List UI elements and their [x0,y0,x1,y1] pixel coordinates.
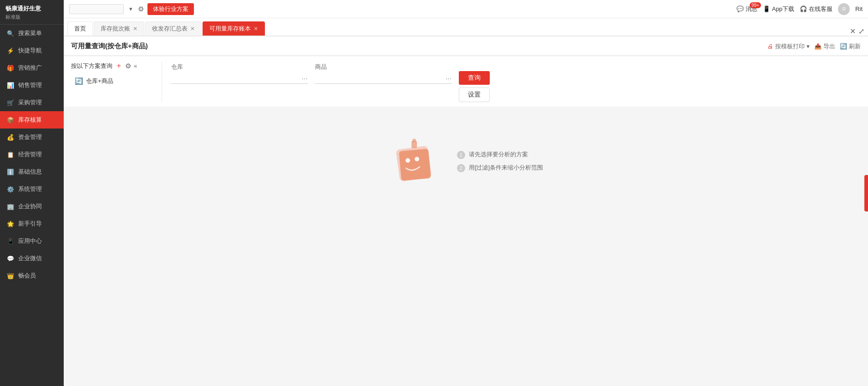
topbar-online-service[interactable]: 🎧 在线客服 [800,5,832,13]
gear-icon: ⚙️ [6,185,15,193]
filter-settings-btn[interactable]: ⚙ [125,62,131,70]
filter-area: 按以下方案查询 ＋ ⚙ « 🔄 仓库+商品 仓库 ··· [64,57,868,107]
phone-icon: 📱 [763,5,770,12]
tab-close-window-btn[interactable]: ✕ [850,27,856,36]
topbar-right: 💬 消息 99+ 📱 App下载 🎧 在线客服 R Rit [736,3,863,15]
tabs-window-controls: ✕ ⤢ [846,27,868,36]
sidebar-item-marketing[interactable]: 🎁 营销推广 [0,59,64,77]
mobile-icon: 📱 [6,237,15,245]
print-dropdown-icon: ▾ [807,43,810,50]
tabs-bar: 首页 库存批次账 ✕ 收发存汇总表 ✕ 可用量库存账本 ✕ ✕ ⤢ [64,18,868,36]
empty-illustration [389,134,443,189]
empty-tips: 1 请先选择要分析的方案 2 用[过滤]条件来缩小分析范围 [457,150,543,172]
goods-field: 商品 ··· [315,63,452,84]
filter-action-btns: 查询 设置 [459,71,490,102]
sidebar-item-finance[interactable]: 💰 资金管理 [0,129,64,146]
query-button[interactable]: 查询 [459,71,490,85]
page-header: 可用量查询(按仓库+商品) 🖨 按模板打印 ▾ 📤 导出 🔄 刷新 [64,36,868,56]
tip-num-1: 1 [457,151,465,159]
star-icon: 🌟 [6,220,15,228]
settings-button[interactable]: 设置 [459,87,490,102]
sidebar-scroll: 🔍 搜索菜单 ⚡ 快捷导航 🎁 营销推广 📊 销售管理 🛒 采购管理 📦 库存核… [0,25,64,386]
industry-btn[interactable]: 体验行业方案 [147,3,194,15]
filter-left: 按以下方案查询 ＋ ⚙ « 🔄 仓库+商品 [71,61,162,102]
warehouse-more-btn[interactable]: ··· [302,75,308,83]
topbar-app-download[interactable]: 📱 App下载 [763,5,794,13]
money-icon: 💰 [6,133,15,141]
sidebar-item-enterprise[interactable]: 🏢 企业协同 [0,198,64,215]
refresh-btn[interactable]: 🔄 刷新 [840,42,861,51]
tab-batch-account[interactable]: 库存批次账 ✕ [94,21,144,36]
message-badge: 99+ [750,2,761,8]
crown-icon: 👑 [6,272,15,280]
gift-icon: 🎁 [6,64,15,72]
right-accent-bar [864,175,868,211]
sidebar-item-appcenter[interactable]: 📱 应用中心 [0,232,64,250]
export-btn[interactable]: 📤 导出 [814,42,835,51]
message-icon: 💬 [736,5,744,12]
logo-title: 畅康通好生意 [5,5,58,13]
user-avatar[interactable]: R [838,3,850,15]
sidebar-item-newbie[interactable]: 🌟 新手引导 [0,215,64,232]
svg-point-2 [406,158,410,163]
topbar-message[interactable]: 💬 消息 99+ [736,5,757,13]
sidebar-item-search[interactable]: 🔍 搜索菜单 [0,25,64,42]
headset-icon: 🎧 [800,5,807,12]
export-icon: 📤 [814,43,822,50]
svg-rect-1 [399,149,431,180]
tip-num-2: 2 [457,164,465,172]
goods-more-btn[interactable]: ··· [446,75,452,83]
search-icon: 🔍 [6,29,15,37]
tab-home[interactable]: 首页 [67,21,93,36]
sidebar-item-wechat[interactable]: 💬 企业微信 [0,250,64,267]
sidebar-item-vip[interactable]: 👑 畅会员 [0,267,64,284]
header-actions: 🖨 按模板打印 ▾ 📤 导出 🔄 刷新 [767,42,861,51]
sidebar-item-basic[interactable]: ℹ️ 基础信息 [0,163,64,180]
topbar-dropdown-button[interactable]: ▾ [127,5,134,13]
building-icon: 🏢 [6,202,15,211]
goods-input[interactable] [315,73,452,84]
sidebar-item-shortcut[interactable]: ⚡ 快捷导航 [0,42,64,59]
sidebar-item-purchase[interactable]: 🛒 采购管理 [0,94,64,111]
logo-sub: 标准版 [5,14,58,21]
topbar: ▾ ⚙ 体验行业方案 💬 消息 99+ 📱 App下载 🎧 在线客服 R Rit [64,0,868,18]
tab-close-receive[interactable]: ✕ [190,26,195,32]
filter-right: 仓库 ··· 商品 ··· 查询 设置 [162,61,861,102]
username-label[interactable]: Rit [855,5,863,12]
sidebar-item-sales[interactable]: 📊 销售管理 [0,77,64,94]
sidebar-item-inventory[interactable]: 📦 库存核算 [0,111,64,129]
tab-close-batch[interactable]: ✕ [133,26,137,32]
info-icon: ℹ️ [6,168,15,176]
main-area: ▾ ⚙ 体验行业方案 💬 消息 99+ 📱 App下载 🎧 在线客服 R Rit… [64,0,868,386]
svg-point-5 [412,139,416,142]
topbar-search-input[interactable] [69,4,124,14]
filter-add-btn[interactable]: ＋ [115,61,122,71]
cart-icon: 🛒 [6,98,15,107]
content-area: 可用量查询(按仓库+商品) 🖨 按模板打印 ▾ 📤 导出 🔄 刷新 [64,36,868,386]
warehouse-field: 仓库 ··· [171,63,308,84]
topbar-gear-icon[interactable]: ⚙ [138,5,144,13]
tab-available-stock[interactable]: 可用量库存账本 ✕ [203,21,265,36]
tab-maximize-btn[interactable]: ⤢ [858,27,864,36]
chart-icon: 📊 [6,81,15,89]
box-icon: 📦 [6,116,15,124]
refresh-icon: 🔄 [840,43,847,50]
sidebar-item-operations[interactable]: 📋 经营管理 [0,146,64,163]
print-icon: 🖨 [767,43,773,50]
warehouse-input-wrapper: ··· [171,73,308,84]
tab-receive-summary[interactable]: 收发存汇总表 ✕ [145,21,202,36]
sidebar-logo: 畅康通好生意 标准版 [0,0,64,25]
scheme-icon: 🔄 [75,77,83,85]
filter-collapse-btn[interactable]: « [134,62,137,69]
warehouse-input[interactable] [171,73,308,84]
filter-label: 按以下方案查询 ＋ ⚙ « [71,61,156,71]
sidebar: 畅康通好生意 标准版 🔍 搜索菜单 ⚡ 快捷导航 🎁 营销推广 📊 销售管理 🛒… [0,0,64,386]
empty-state: 1 请先选择要分析的方案 2 用[过滤]条件来缩小分析范围 [64,107,868,216]
print-btn[interactable]: 🖨 按模板打印 ▾ [767,42,810,51]
clipboard-icon: 📋 [6,150,15,159]
filter-scheme-item[interactable]: 🔄 仓库+商品 [71,74,156,88]
sidebar-item-system[interactable]: ⚙️ 系统管理 [0,180,64,198]
empty-tip-2: 2 用[过滤]条件来缩小分析范围 [457,164,543,172]
empty-tip-1: 1 请先选择要分析的方案 [457,150,543,159]
tab-close-available[interactable]: ✕ [254,26,258,32]
